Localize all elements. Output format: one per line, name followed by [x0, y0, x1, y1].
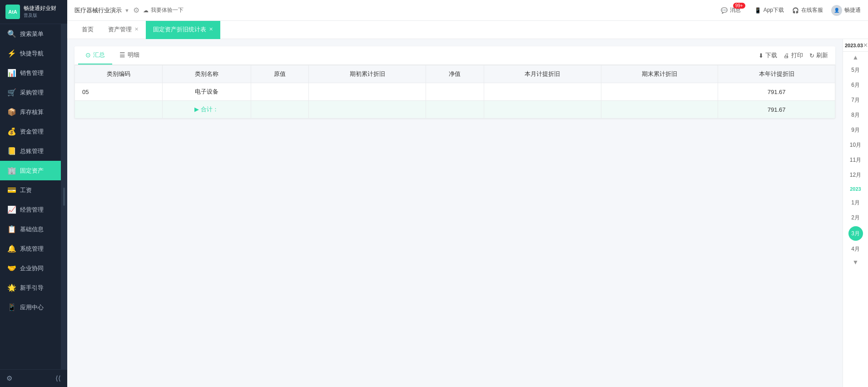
month-5[interactable]: 5月	[843, 63, 868, 78]
prev-year-nav[interactable]: ▲	[843, 52, 868, 63]
sidebar-item-ledger[interactable]: 📒 总账管理	[0, 141, 61, 161]
sidebar-item-guide[interactable]: 🌟 新手引导	[0, 278, 61, 298]
sidebar-icon-quick-nav: ⚡	[7, 49, 15, 58]
sidebar-item-operations[interactable]: 📈 经营管理	[0, 200, 61, 219]
month-11[interactable]: 11月	[843, 153, 868, 168]
sidebar-item-basic-info[interactable]: 📋 基础信息	[0, 219, 61, 239]
subtab-detail[interactable]: ☰ 明细	[112, 46, 147, 64]
company-selector[interactable]: 医疗器械行业演示 ▼	[74, 6, 129, 15]
sidebar-item-inventory[interactable]: 📦 库存核算	[0, 102, 61, 122]
sidebar-nav: 🔍 搜索菜单 ⚡ 快捷导航 📊 销售管理 🛒 采购管理 📦 库存核算 💰 资金管…	[0, 24, 61, 369]
tab-home[interactable]: 首页	[74, 21, 101, 39]
sidebar-label-basic-info: 基础信息	[20, 225, 44, 233]
month-4[interactable]: 4月	[843, 242, 868, 257]
subtab-summary[interactable]: ⊙ 汇总	[78, 46, 112, 64]
total-monthly-dep	[484, 101, 601, 119]
experience-icon: ☁	[143, 7, 149, 14]
page-content: ⊙ 汇总 ☰ 明细 ⬇ 下载 �	[67, 39, 843, 387]
sidebar-icon-app-center: 📱	[7, 303, 15, 312]
month-1[interactable]: 1月	[843, 195, 868, 210]
refresh-btn[interactable]: ↻ 刷新	[809, 51, 828, 60]
data-table-wrap: 类别编码 类别名称 原值 期初累计折旧 净值 本月计提折旧 期末累计折旧 本年计…	[74, 65, 835, 119]
sidebar-item-app-center[interactable]: 📱 应用中心	[0, 298, 61, 317]
sidebar-item-funds[interactable]: 💰 资金管理	[0, 122, 61, 141]
col-initial-accum: 期初累计折旧	[309, 65, 426, 83]
sidebar-item-enterprise[interactable]: 🤝 企业协同	[0, 258, 61, 278]
download-btn[interactable]: ⬇ 下载	[759, 51, 777, 60]
total-icon: ▶	[194, 106, 199, 113]
app-download-btn[interactable]: 📱 App下载	[754, 6, 784, 14]
tab-asset-management-close[interactable]: ✕	[134, 26, 139, 32]
sidebar-item-system[interactable]: 🔔 系统管理	[0, 239, 61, 258]
total-period-end-accum	[601, 101, 718, 119]
user-info[interactable]: 👤 畅捷通	[831, 5, 861, 16]
row-name: 电子设备	[162, 83, 251, 101]
next-year-icon[interactable]: ▼	[853, 258, 859, 266]
row-initial-accum	[309, 83, 426, 101]
sidebar-scroll-indicator	[61, 24, 67, 369]
table-toolbar: ⬇ 下载 🖨 打印 ↻ 刷新	[751, 47, 835, 64]
month-3[interactable]: 3月	[848, 226, 863, 241]
row-period-end-accum	[601, 83, 718, 101]
tabbar: 首页 资产管理 ✕ 固定资产折旧统计表 ✕	[67, 21, 868, 39]
sidebar-icon-purchase: 🛒	[7, 88, 15, 97]
topbar-settings-icon[interactable]: ⚙	[133, 6, 139, 15]
subtab-summary-label: 汇总	[93, 51, 105, 59]
col-code: 类别编码	[75, 65, 163, 83]
right-panel: 2023.03 ✕ ⤢ ▲ 5月 6月 7月 8月 9月 10月 11月 12月…	[843, 39, 868, 387]
sidebar-label-payroll: 工资	[20, 186, 32, 194]
message-icon: 💬	[721, 7, 728, 14]
app-download-icon: 📱	[754, 7, 761, 14]
collapse-icon[interactable]: ⟨⟨	[55, 374, 61, 382]
month-12[interactable]: 12月	[843, 168, 868, 183]
year-2023-label: 2023	[843, 183, 868, 195]
row-net	[426, 83, 484, 101]
tab-asset-management-label: 资产管理	[108, 25, 132, 34]
month-6[interactable]: 6月	[843, 78, 868, 93]
print-btn[interactable]: 🖨 打印	[784, 51, 803, 60]
next-year-nav[interactable]: ▼	[843, 257, 868, 268]
topbar-right: 💬 消息 99+ 📱 App下载 🎧 在线客服 👤 畅捷通	[721, 5, 861, 16]
month-2[interactable]: 2月	[843, 210, 868, 225]
month-10[interactable]: 10月	[843, 138, 868, 153]
total-original	[251, 101, 309, 119]
subtab-detail-icon: ☰	[119, 51, 125, 59]
sidebar-item-quick-nav[interactable]: ⚡ 快捷导航	[0, 44, 61, 63]
sidebar-label-ledger: 总账管理	[20, 147, 44, 155]
subtab-summary-icon: ⊙	[85, 51, 91, 59]
avatar-icon: 👤	[834, 8, 839, 13]
sidebar-label-operations: 经营管理	[20, 206, 44, 214]
sidebar-icon-sales: 📊	[7, 69, 15, 77]
col-net: 净值	[426, 65, 484, 83]
sidebar-item-purchase[interactable]: 🛒 采购管理	[0, 83, 61, 102]
sidebar-label-sales: 销售管理	[20, 69, 44, 77]
panel-close-icon[interactable]: ✕	[863, 42, 868, 49]
tab-fixed-asset-report-close[interactable]: ✕	[209, 26, 213, 32]
sidebar-item-fixed-assets[interactable]: 🏢 固定资产	[0, 161, 61, 180]
sidebar-item-payroll[interactable]: 💳 工资	[0, 180, 61, 200]
row-monthly-dep	[484, 83, 601, 101]
tab-fixed-asset-report[interactable]: 固定资产折旧统计表 ✕	[146, 21, 220, 39]
sidebar-bottom: ⚙ ⟨⟨	[0, 369, 67, 387]
month-7[interactable]: 7月	[843, 93, 868, 108]
message-badge: 99+	[733, 3, 745, 9]
customer-service-btn[interactable]: 🎧 在线客服	[792, 6, 823, 14]
sidebar-item-search[interactable]: 🔍 搜索菜单	[0, 24, 61, 44]
sidebar-label-system: 系统管理	[20, 245, 44, 253]
table-row: 05 电子设备 791.67	[75, 83, 835, 101]
sidebar-icon-search: 🔍	[7, 30, 15, 38]
month-8[interactable]: 8月	[843, 108, 868, 123]
col-original: 原值	[251, 65, 309, 83]
tab-home-label: 首页	[82, 25, 94, 34]
month-9[interactable]: 9月	[843, 123, 868, 138]
tab-asset-management[interactable]: 资产管理 ✕	[101, 21, 146, 39]
settings-icon[interactable]: ⚙	[6, 374, 12, 382]
app-logo-icon: AtA	[5, 5, 20, 19]
sidebar-item-sales[interactable]: 📊 销售管理	[0, 63, 61, 83]
message-btn[interactable]: 💬 消息 99+	[721, 6, 741, 14]
experience-btn[interactable]: ☁ 我要体验一下	[143, 6, 184, 14]
row-original	[251, 83, 309, 101]
prev-year-icon[interactable]: ▲	[853, 54, 859, 61]
depreciation-table: 类别编码 类别名称 原值 期初累计折旧 净值 本月计提折旧 期末累计折旧 本年计…	[74, 65, 835, 119]
refresh-icon: ↻	[809, 52, 814, 59]
